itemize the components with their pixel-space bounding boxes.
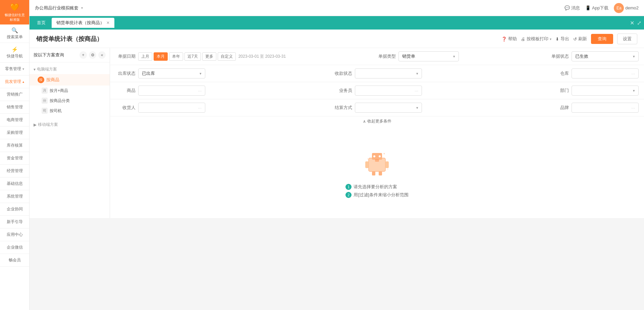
tree-item-by-goods-category[interactable]: 分 按商品分类 xyxy=(30,96,110,106)
collapse-row[interactable]: ∧ 收起更多条件 xyxy=(110,116,644,126)
date-btn-more[interactable]: 更多 xyxy=(202,52,216,61)
refresh-btn[interactable]: ↺ 刷新 xyxy=(573,36,587,42)
sidebar-item-cooperation[interactable]: 企业协同 xyxy=(0,203,29,216)
sidebar-item-inventory[interactable]: 库存核算 xyxy=(0,139,29,152)
sidebar-item-operation[interactable]: 经营管理 xyxy=(0,165,29,177)
help-icon: ❓ xyxy=(501,37,507,42)
sidebar-item-system[interactable]: 系统管理 xyxy=(0,190,29,203)
tip-num-2: 2 xyxy=(345,192,352,198)
tree-item-by-goods[interactable]: 按 按商品 xyxy=(30,74,110,86)
receiver-input[interactable]: ··· xyxy=(138,103,205,113)
department-input[interactable]: ▾ xyxy=(572,86,639,96)
sidebar-item-purchase[interactable]: 采购管理 xyxy=(0,126,29,139)
ecommerce-label: 电商管理 xyxy=(7,117,23,122)
wholesale-label: 批发管理 xyxy=(5,79,21,84)
out-status-label: 出库状态 xyxy=(115,70,136,76)
doc-status-select[interactable]: 已生效 ▾ xyxy=(572,51,639,61)
sidebar-item-guide[interactable]: 新手引导 xyxy=(0,216,29,228)
date-btn-this-year[interactable]: 本年 xyxy=(169,52,183,61)
tab-maximize-icon[interactable]: ⤢ xyxy=(637,20,641,26)
payment-status-chevron-icon: ▾ xyxy=(416,71,418,76)
tab-home-label: 首页 xyxy=(37,20,46,26)
out-status-select[interactable]: 已出库 ▾ xyxy=(138,68,205,79)
print-btn[interactable]: 🖨 按模板打印 ▾ xyxy=(521,36,551,42)
by-month-goods-icon: 月 xyxy=(42,88,48,94)
page-title: 销货单统计表（按商品） xyxy=(36,35,103,43)
tree-item-by-clerk[interactable]: 司 按司机 xyxy=(30,106,110,116)
sidebar-item-search-menu[interactable]: 🔍 搜索菜单 xyxy=(0,24,29,43)
tab-window-actions: ✕ ⤢ xyxy=(630,20,641,26)
sidebar-item-quick-nav[interactable]: ⚡ 快捷导航 xyxy=(0,43,29,63)
sidebar-item-wholesale[interactable]: 批发管理 ▴ xyxy=(0,75,29,88)
print-arrow-icon: ▾ xyxy=(550,37,551,41)
doc-status-label: 单据状态 xyxy=(549,53,569,59)
svg-point-2 xyxy=(373,155,375,157)
doc-type-select[interactable]: 销货单 ▾ xyxy=(398,51,459,61)
date-btn-last-month[interactable]: 上月 xyxy=(138,52,152,61)
settings-button[interactable]: 设置 xyxy=(617,34,637,44)
page-header: 销货单统计表（按商品） ❓ 帮助 🖨 按模板打印 ▾ ⬇ 导出 xyxy=(30,30,644,48)
brand-input[interactable]: ··· xyxy=(572,103,639,113)
goods-input-wrapper: ··· xyxy=(138,86,205,96)
sidebar-item-ecommerce[interactable]: 电商管理 xyxy=(0,114,29,126)
svg-rect-7 xyxy=(372,171,375,175)
filter-row-3: 商品 ··· 业务员 ··· xyxy=(110,82,644,99)
sidebar-item-finance[interactable]: 资金管理 xyxy=(0,152,29,165)
print-label: 按模板打印 xyxy=(527,36,548,42)
payment-status-select[interactable]: ▾ xyxy=(355,68,422,79)
sidebar: 🧡 畅捷信好生意 标准版 🔍 搜索菜单 ⚡ 快捷导航 零售管理 ▾ 批发管理 ▴… xyxy=(0,0,30,310)
payment-method-input-wrapper: ▾ xyxy=(355,103,422,113)
svg-rect-5 xyxy=(365,161,369,168)
tree-item-by-month-goods[interactable]: 月 按月+商品 xyxy=(30,86,110,96)
doc-type-chevron-icon: ▾ xyxy=(453,54,455,59)
salesperson-input[interactable]: ··· xyxy=(355,86,422,96)
sidebar-item-wechat[interactable]: 企业微信 xyxy=(0,241,29,254)
sidebar-item-sales[interactable]: 销售管理 xyxy=(0,101,29,114)
sidebar-item-appstore[interactable]: 应用中心 xyxy=(0,228,29,241)
panel-header: 按以下方案查询 + ⚙ « xyxy=(30,48,110,62)
svg-rect-6 xyxy=(385,161,389,168)
workspace-arrow-icon[interactable]: ▾ xyxy=(81,6,83,10)
operation-label: 经营管理 xyxy=(7,168,23,173)
date-btn-last-7-days[interactable]: 近7天 xyxy=(184,52,201,61)
app-download-btn[interactable]: 📱 App下载 xyxy=(585,5,608,11)
panel-header-actions: + ⚙ « xyxy=(79,51,106,59)
sidebar-item-retail[interactable]: 零售管理 ▾ xyxy=(0,63,29,75)
payment-method-select[interactable]: ▾ xyxy=(355,103,422,113)
message-btn[interactable]: 💬 消息 xyxy=(565,5,580,11)
logo-text: 畅捷信好生意 xyxy=(5,13,25,17)
date-label: 单据日期 xyxy=(115,53,136,59)
main-content: 办公用品行业模拟账套 ▾ 💬 消息 📱 App下载 Ea demo2 首页 xyxy=(30,0,644,310)
tab-close-window-icon[interactable]: ✕ xyxy=(630,20,634,26)
date-btn-this-month[interactable]: 本月 xyxy=(154,52,168,61)
user-area[interactable]: Ea demo2 xyxy=(614,3,639,13)
export-btn[interactable]: ⬇ 导出 xyxy=(555,36,569,42)
sidebar-item-basic[interactable]: 基础信息 xyxy=(0,177,29,190)
sidebar-item-marketing[interactable]: 营销推广 xyxy=(0,88,29,101)
header-right: 💬 消息 📱 App下载 Ea demo2 xyxy=(565,3,639,13)
brand-label: 品牌 xyxy=(549,105,569,111)
goods-input[interactable]: ··· xyxy=(138,86,205,96)
retail-arrow: ▾ xyxy=(22,67,24,71)
help-btn[interactable]: ❓ 帮助 xyxy=(501,36,517,42)
tab-home[interactable]: 首页 xyxy=(32,18,50,28)
tree-item-by-month-goods-label: 按月+商品 xyxy=(50,88,68,94)
brand-input-wrapper: ··· xyxy=(572,103,639,113)
query-button[interactable]: 查询 xyxy=(591,34,613,44)
message-label: 消息 xyxy=(571,5,580,11)
date-btn-custom[interactable]: 自定义 xyxy=(218,52,236,61)
cooperation-label: 企业协同 xyxy=(7,207,23,211)
warehouse-input[interactable]: ··· xyxy=(572,68,639,79)
sidebar-item-member[interactable]: 畅会员 xyxy=(0,254,29,267)
tree-item-by-goods-label: 按商品 xyxy=(46,77,59,83)
tab-close-icon[interactable]: ✕ xyxy=(106,21,110,25)
filter-row-2: 出库状态 已出库 ▾ 收款状态 ▾ xyxy=(110,65,644,82)
panel-add-btn[interactable]: + xyxy=(79,51,87,59)
panel-collapse-btn[interactable]: « xyxy=(98,51,106,59)
tree-mobile-group-title[interactable]: ▶ 移动端方案 xyxy=(30,120,110,130)
panel-settings-btn[interactable]: ⚙ xyxy=(89,51,96,59)
tab-report[interactable]: 销货单统计表（按商品） ✕ xyxy=(52,18,114,28)
inventory-label: 库存核算 xyxy=(7,143,23,148)
svg-point-3 xyxy=(379,155,381,157)
tree-pc-group-title[interactable]: ▾ 电脑端方案 xyxy=(30,64,110,74)
